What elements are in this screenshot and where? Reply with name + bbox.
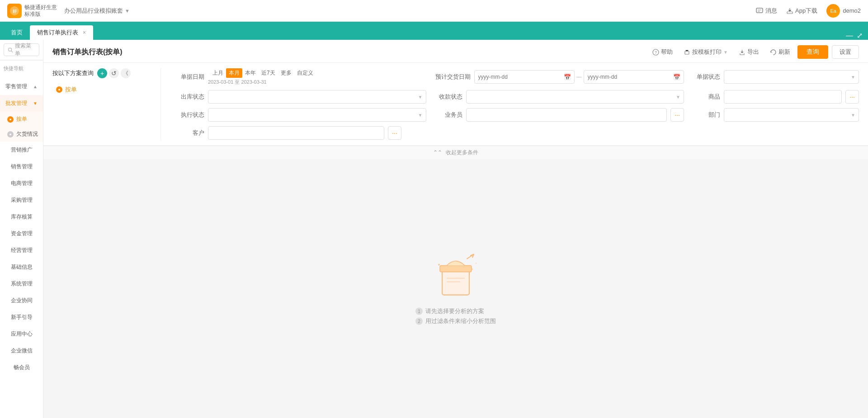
svg-point-11	[438, 264, 440, 266]
sidebar-item-wechat-work[interactable]: 企业微信	[0, 342, 43, 359]
filter-left-panel: 按以下方案查询 + ↺ 《	[52, 68, 161, 140]
breadcrumb-arrow-icon[interactable]: ▼	[125, 8, 130, 14]
sidebar-item-ecommerce[interactable]: 电商管理	[0, 175, 43, 192]
expected-delivery-label: 预计交货日期	[435, 73, 471, 81]
sidebar-search-area: 搜索菜单	[0, 40, 43, 60]
salesperson-dots-button[interactable]: ···	[670, 108, 684, 122]
outstock-select[interactable]	[208, 90, 426, 104]
expected-delivery-to-wrap: 📅	[584, 70, 684, 84]
sidebar-item-wholesale[interactable]: 批发管理 ▼	[0, 95, 43, 112]
date-quick-btns: 上月 本月 本年 近7天 更多 自定义	[210, 68, 316, 78]
salesperson-input[interactable]	[466, 108, 667, 122]
message-icon	[755, 7, 764, 15]
sidebar-nav: 零售管理 ▲ 批发管理 ▼ ● 按单 ● 欠货情况 营销推	[0, 76, 43, 378]
logo-area: 好 畅捷通好生意 标准版	[7, 4, 57, 18]
date-more-btn[interactable]: 更多	[278, 68, 294, 78]
message-button[interactable]: 消息	[755, 7, 777, 15]
customer-input[interactable]	[208, 126, 384, 140]
logo-text: 畅捷通好生意 标准版	[24, 4, 57, 17]
settings-button[interactable]: 设置	[832, 45, 859, 59]
print-button[interactable]: 按模板打印 ▼	[680, 46, 731, 58]
svg-line-5	[11, 51, 13, 52]
step-2-num: 2	[415, 318, 423, 325]
filter-field-date: 单据日期 上月 本月 本年 近7天 更多	[177, 68, 426, 86]
date-last7-btn[interactable]: 近7天	[259, 68, 278, 78]
sidebar-sub-item-order[interactable]: ● 按单	[0, 112, 43, 127]
sidebar-item-retail[interactable]: 零售管理 ▲	[0, 78, 43, 95]
payment-select[interactable]	[466, 90, 684, 104]
date-label: 单据日期	[177, 73, 204, 81]
product-input[interactable]	[724, 90, 842, 104]
filter-row-4: 客户 ···	[177, 126, 859, 140]
date-this-year-btn[interactable]: 本年	[242, 68, 259, 78]
tab-expand-icon[interactable]: ⤢	[857, 31, 863, 40]
filter-icons: + ↺ 《	[97, 68, 131, 78]
reload-scheme-icon[interactable]: ↺	[109, 68, 119, 78]
sidebar-sub-item-shortage[interactable]: ● 欠货情况	[0, 127, 43, 142]
collapse-scheme-icon[interactable]: 《	[121, 68, 131, 78]
tab-active[interactable]: 销售订单执行表 ×	[30, 25, 93, 40]
expected-delivery-from-input[interactable]	[474, 70, 575, 84]
sidebar-item-member[interactable]: 畅会员	[0, 359, 43, 376]
empty-step-1: 1 请先选择要分析的方案	[415, 307, 484, 315]
tab-home[interactable]: 首页	[4, 25, 30, 40]
filter-scheme-title: 按以下方案查询 + ↺ 《	[52, 68, 153, 78]
sidebar-search-button[interactable]: 搜索菜单	[4, 43, 39, 56]
tab-minimize-icon[interactable]: —	[846, 32, 853, 40]
date-this-month-btn[interactable]: 本月	[226, 68, 242, 78]
empty-text: 1 请先选择要分析的方案 2 用过滤条件来缩小分析范围	[415, 307, 496, 325]
filter-field-product: 商品 ···	[693, 90, 859, 104]
svg-point-13	[476, 263, 477, 264]
tab-bar: 首页 销售订单执行表 × — ⤢	[0, 22, 868, 40]
export-icon	[739, 49, 745, 56]
wholesale-sub-group: ● 按单 ● 欠货情况	[0, 112, 43, 142]
date-custom-btn[interactable]: 自定义	[294, 68, 316, 78]
outstock-select-wrap: ▼	[208, 90, 426, 104]
filter-field-exec-status: 执行状态 ▼	[177, 108, 426, 122]
tab-close-icon[interactable]: ×	[83, 29, 86, 36]
avatar: Ea	[826, 4, 840, 18]
filter-field-department: 部门 ▼	[693, 108, 859, 122]
sidebar-item-system[interactable]: 系统管理	[0, 276, 43, 292]
sidebar-item-marketing[interactable]: 营销推广	[0, 142, 43, 158]
scheme-item-order[interactable]: ● 按单	[52, 83, 153, 96]
print-dropdown-icon[interactable]: ▼	[723, 50, 728, 55]
date-last-month-btn[interactable]: 上月	[210, 68, 226, 78]
svg-rect-10	[440, 266, 472, 272]
retail-expand-icon: ▲	[33, 84, 38, 89]
help-button[interactable]: ? 帮助	[649, 46, 676, 58]
sidebar-item-sales[interactable]: 销售管理	[0, 158, 43, 175]
expected-delivery-range: 📅 — 📅	[474, 70, 684, 84]
department-label: 部门	[693, 111, 720, 119]
product-dots-button[interactable]: ···	[845, 90, 859, 104]
page-actions: ? 帮助 按模板打印 ▼ 导出	[649, 45, 859, 59]
outstock-label: 出库状态	[177, 93, 204, 101]
department-select[interactable]	[724, 108, 859, 122]
order-status-select[interactable]	[724, 70, 859, 84]
sidebar-item-newbie[interactable]: 新手引导	[0, 309, 43, 326]
query-button[interactable]: 查询	[797, 45, 828, 59]
refresh-icon	[770, 49, 777, 56]
refresh-button[interactable]: 刷新	[766, 46, 794, 58]
export-button[interactable]: 导出	[735, 46, 763, 58]
user-area[interactable]: Ea demo2	[826, 4, 861, 18]
exec-status-select[interactable]	[208, 108, 426, 122]
svg-text:?: ?	[655, 50, 657, 55]
sidebar-item-app-center[interactable]: 应用中心	[0, 326, 43, 342]
sidebar-item-finance[interactable]: 资金管理	[0, 225, 43, 242]
collapse-more-bar[interactable]: ⌃⌃ 收起更多条件	[43, 146, 868, 159]
expected-delivery-to-input[interactable]	[584, 70, 684, 84]
empty-state: 1 请先选择要分析的方案 2 用过滤条件来缩小分析范围	[43, 159, 868, 418]
customer-dots-button[interactable]: ···	[388, 126, 401, 140]
sidebar-item-management[interactable]: 经营管理	[0, 242, 43, 259]
sidebar-item-enterprise-collab[interactable]: 企业协同	[0, 292, 43, 309]
exec-status-select-wrap: ▼	[208, 108, 426, 122]
add-scheme-icon[interactable]: +	[97, 68, 107, 78]
order-dot: ●	[7, 116, 14, 123]
svg-rect-2	[756, 8, 763, 13]
sidebar-item-basic-info[interactable]: 基础信息	[0, 259, 43, 276]
app-download-button[interactable]: App下载	[786, 7, 817, 15]
sidebar-item-purchase[interactable]: 采购管理	[0, 192, 43, 209]
print-icon	[684, 49, 690, 56]
sidebar-item-inventory[interactable]: 库存核算	[0, 209, 43, 225]
